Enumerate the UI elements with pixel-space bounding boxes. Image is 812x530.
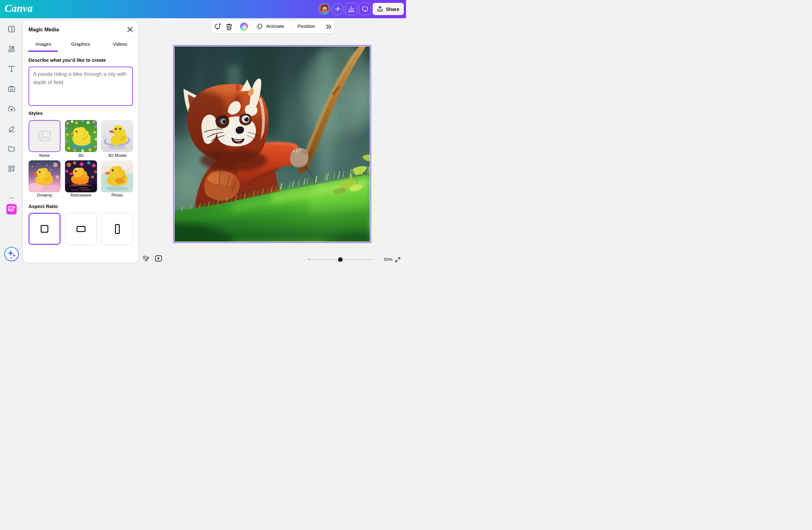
- svg-text:co: co: [10, 88, 13, 91]
